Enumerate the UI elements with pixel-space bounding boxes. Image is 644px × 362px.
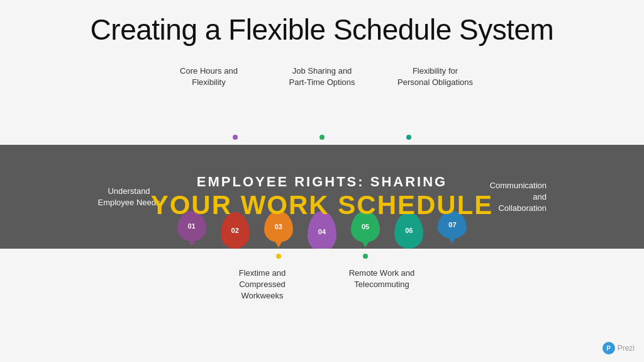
watermark-text: Prezi (618, 344, 635, 353)
subtitle-line2: YOUR WORK SCHEDULE (151, 190, 494, 220)
prezi-icon: P (602, 342, 615, 354)
dot-bottom-2 (363, 254, 368, 259)
dot-3 (406, 135, 411, 140)
subtitle-line1: EMPLOYEE RIGHTS: SHARING (151, 174, 494, 190)
bottom-label-1: Flextime and Compressed Workweeks (221, 268, 303, 302)
bottom-label-2: Remote Work and Telecommuting (341, 268, 423, 290)
dot-bottom-1 (276, 254, 281, 259)
dot-1 (233, 135, 238, 140)
top-label-3: Flexibility for Personal Obligations (397, 65, 473, 88)
middle-section: Understand Employee Needs EMPLOYEE RIGHT… (0, 145, 644, 249)
top-label-1: Core Hours and Flexibility (171, 65, 247, 88)
top-labels-row: Core Hours and Flexibility Job Sharing a… (0, 65, 644, 88)
top-label-2: Job Sharing and Part-Time Options (284, 65, 360, 88)
bottom-section: Flextime and Compressed Workweeks Remote… (0, 249, 644, 362)
watermark: P Prezi (602, 342, 635, 354)
dot-2 (319, 135, 325, 140)
top-section: Creating a Flexible Schedule System Core… (0, 0, 644, 145)
text-overlay: EMPLOYEE RIGHTS: SHARING YOUR WORK SCHED… (151, 174, 494, 220)
page-title: Creating a Flexible Schedule System (0, 0, 644, 47)
